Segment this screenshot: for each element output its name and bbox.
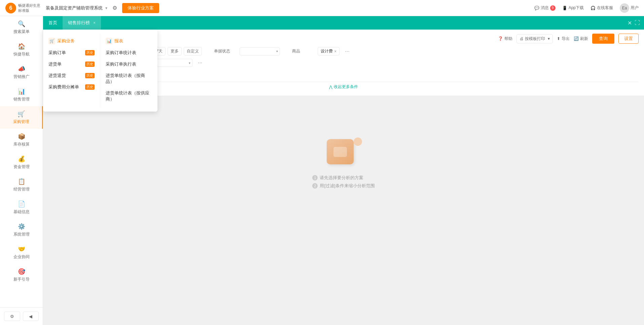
quick-more-button[interactable]: 更多 [168,47,182,55]
tab-home[interactable]: 首页 [43,16,63,30]
header-right: 💬 消息 9 📱 App下载 🎧 在线客服 Ea 用户 [534,3,639,13]
sidebar-item-search[interactable]: 🔍 搜索菜单 [0,16,43,39]
help-action[interactable]: ❓ 帮助 [498,36,512,42]
sidebar-item-system[interactable]: ⚙️ 系统管理 [0,219,43,241]
sidebar-item-inventory[interactable]: 📦 库存核算 [0,129,43,151]
export-icon: ⬆ [557,36,560,41]
salesperson-select[interactable] [152,59,192,67]
help-icon: ❓ [498,36,503,41]
header-system: 装备及固定资产辅助管理系统 ▾ ⚙ 体验行业方案 [46,3,534,13]
settings-button[interactable]: 设置 [618,34,639,44]
home-icon: 🏠 [18,43,25,50]
goods-tag: 设计费 × [318,47,339,55]
history-badge-1: 历史 [85,62,95,67]
sidebar-settings-button[interactable]: ⚙ [4,312,20,321]
print-action[interactable]: 🖨 按模板打印 ▾ [516,34,553,43]
finance-icon: 💰 [18,155,25,163]
guide-icon: 🎯 [18,268,25,275]
menu-item-report-receipt-supplier[interactable]: 进货单统计表（按供应商） [100,87,157,105]
message-badge: 9 [550,5,556,11]
marketing-icon: 📣 [18,65,25,73]
query-button[interactable]: 查询 [592,34,614,44]
goods-tag-close-icon[interactable]: × [334,49,336,54]
sidebar-item-sales[interactable]: 📊 销售管理 [0,84,43,106]
empty-state: 1 请先选择要分析的方案 2 用[过滤]条件来缩小分析范围 [43,96,644,231]
history-badge-3: 历史 [85,84,95,90]
print-dropdown-icon[interactable]: ▾ [548,36,550,41]
collapse-up-icon: ⋀ [329,85,332,89]
trial-button[interactable]: 体验行业方案 [122,3,159,13]
online-service-action[interactable]: 🎧 在线客服 [591,5,613,11]
purchase-dropdown-menu: 🛒 采购业务 采购订单 历史 进货单 历史 进货退货 历史 采购费用分摊单 历史 [43,30,157,112]
operations-icon: 📋 [18,178,25,185]
menu-item-purchase-receipt[interactable]: 进货单 历史 [43,58,100,70]
tab-window-controls: ✕ ⛶ [623,16,644,30]
tab-sales-ranking[interactable]: 销售排行榜 × [63,16,101,30]
refresh-icon: 🔄 [574,36,579,41]
menu-item-report-receipt-goods[interactable]: 进货单统计表（按商品） [100,70,157,87]
report-section-icon: 📊 [106,38,112,44]
menu-col-report: 📊 报表 采购订单统计表 采购订单执行表 进货单统计表（按商品） 进货单统计表（… [100,34,157,108]
system-dropdown-arrow[interactable]: ▾ [105,6,107,10]
search-icon: 🔍 [18,20,25,28]
avatar: Ea [620,3,629,13]
tip-num-2: 2 [312,183,318,189]
basic-info-icon: 📄 [18,200,25,208]
sales-icon: 📊 [18,88,25,95]
tip-num-1: 1 [312,175,318,180]
window-expand-icon[interactable]: ⛶ [635,20,640,26]
doc-status-label: 单据状态 [214,48,234,54]
history-badge-2: 历史 [85,73,95,78]
top-header: 6 畅捷通好生意 标准版 装备及固定资产辅助管理系统 ▾ ⚙ 体验行业方案 💬 … [0,0,644,16]
menu-item-report-order-stats[interactable]: 采购订单统计表 [100,47,157,58]
settings-icon[interactable]: ⚙ [110,3,119,13]
date-quick-buttons: 7天 更多 自定义 [153,47,202,55]
empty-tips-container: 1 请先选择要分析的方案 2 用[过滤]条件来缩小分析范围 [312,175,374,191]
menu-item-purchase-return[interactable]: 进货退货 历史 [43,70,100,81]
salesperson-more-icon[interactable]: ··· [198,60,202,66]
logo-icon: 6 [5,3,16,13]
salesperson-wrapper: ▾ [152,59,192,67]
message-action[interactable]: 💬 消息 9 [534,5,556,11]
system-icon: ⚙️ [18,223,25,230]
sidebar-item-finance[interactable]: 💰 资金管理 [0,151,43,174]
menu-columns: 🛒 采购业务 采购订单 历史 进货单 历史 进货退货 历史 采购费用分摊单 历史 [43,34,157,108]
refresh-action[interactable]: 🔄 刷新 [574,36,588,42]
quick-custom-button[interactable]: 自定义 [184,47,202,55]
message-icon: 💬 [534,6,539,10]
menu-item-purchase-expense[interactable]: 采购费用分摊单 历史 [43,81,100,93]
doc-status-select[interactable] [240,47,280,55]
sidebar-item-operations[interactable]: 📋 经营管理 [0,174,43,196]
menu-col-purchase: 🛒 采购业务 采购订单 历史 进货单 历史 进货退货 历史 采购费用分摊单 历史 [43,34,100,108]
window-close-icon[interactable]: ✕ [628,20,632,26]
menu-item-report-order-exec[interactable]: 采购订单执行表 [100,58,157,70]
app-download-action[interactable]: 📱 App下载 [562,5,584,11]
purchase-icon: 🛒 [17,110,25,118]
sidebar-item-purchase[interactable]: 🛒 采购管理 [0,106,43,129]
history-badge-0: 历史 [85,50,95,55]
user-action[interactable]: Ea 用户 [620,3,639,13]
phone-icon: 📱 [562,6,567,10]
goods-more-icon[interactable]: ··· [345,48,349,54]
export-action[interactable]: ⬆ 导出 [557,36,570,42]
sidebar-item-basic-info[interactable]: 📄 基础信息 [0,196,43,219]
robot-screen [333,147,347,157]
sidebar: 🔍 搜索菜单 🏠 快捷导航 📣 营销推广 📊 销售管理 🛒 采购管理 📦 库存核… [0,16,43,325]
doc-status-wrapper: ▾ [240,47,280,55]
enterprise-icon: 🤝 [18,245,25,253]
headset-icon: 🎧 [591,6,596,10]
sidebar-item-guide[interactable]: 🎯 新手引导 [0,264,43,286]
logo-text: 畅捷通好生意 标准版 [18,3,40,13]
tab-close-icon[interactable]: × [93,21,96,25]
menu-item-purchase-order[interactable]: 采购订单 历史 [43,47,100,58]
sidebar-item-quick-nav[interactable]: 🏠 快捷导航 [0,39,43,61]
sidebar-item-marketing[interactable]: 📣 营销推广 [0,61,43,84]
purchase-section-header: 🛒 采购业务 [43,36,100,47]
empty-tip-1: 1 请先选择要分析的方案 [312,175,374,181]
print-icon: 🖨 [520,36,524,41]
purchase-section-icon: 🛒 [48,38,55,44]
report-section-header: 📊 报表 [100,36,157,47]
sidebar-collapse-button[interactable]: ◀ [23,312,39,321]
robot-body [327,139,354,164]
sidebar-item-enterprise[interactable]: 🤝 企业协同 [0,241,43,264]
